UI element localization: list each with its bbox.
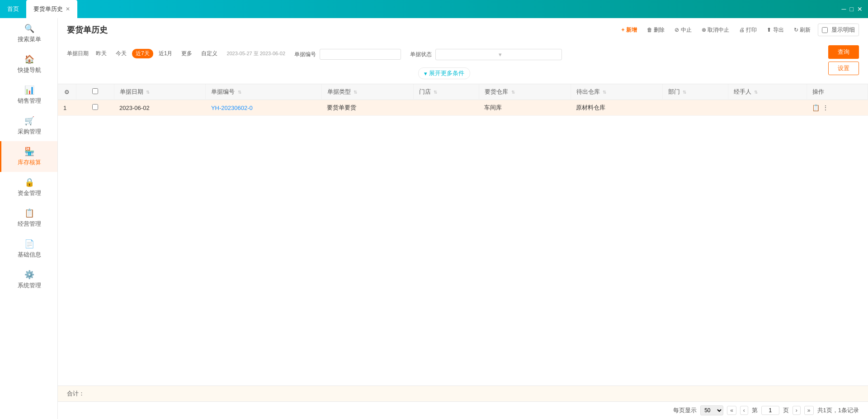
tab-home[interactable]: 首页 (0, 0, 26, 18)
col-order-type[interactable]: 单据类型 ⇅ (321, 84, 413, 100)
operations-icon: 📋 (24, 208, 34, 218)
top-bar: 首页 要货单历史 ✕ ─ □ ✕ (0, 0, 868, 18)
refresh-button[interactable]: ↻ 刷新 (791, 24, 813, 36)
col-store[interactable]: 门店 ⇅ (413, 84, 479, 100)
date-pill-today[interactable]: 今天 (112, 49, 130, 58)
tab-close-icon[interactable]: ✕ (66, 6, 70, 12)
table-checkbox-col[interactable] (76, 84, 114, 100)
sidebar-item-shortcut[interactable]: 🏠 快捷导航 (0, 49, 57, 80)
page-number-input[interactable] (761, 406, 779, 415)
col-order-no-sort-icon: ⇅ (238, 90, 241, 95)
col-req-warehouse-label: 要货仓库 (485, 88, 508, 95)
sidebar-item-system[interactable]: ⚙️ 系统管理 (0, 264, 57, 295)
table-footer: 合计： (58, 386, 868, 401)
expand-filter-label: 展开更多条件 (429, 69, 464, 77)
expand-filter-button[interactable]: ▾ 展开更多条件 (418, 67, 470, 79)
sidebar-item-finance[interactable]: 🔒 资金管理 (0, 172, 57, 203)
maximize-icon[interactable]: □ (850, 5, 854, 13)
col-date-label: 单据日期 (120, 88, 143, 95)
prev-page-button[interactable]: ‹ (740, 406, 748, 415)
settings-button[interactable]: 设置 (828, 62, 859, 75)
export-button[interactable]: ⬆ 导出 (764, 24, 786, 36)
sidebar: 🔍 搜索菜单 🏠 快捷导航 📊 销售管理 🛒 采购管理 🏪 库存核算 🔒 资金管… (0, 18, 58, 419)
detail-checkbox-input[interactable] (822, 27, 828, 33)
next-page-button[interactable]: › (793, 406, 801, 415)
sidebar-item-finance-label: 资金管理 (18, 189, 41, 197)
tab-requisition-history-label: 要货单历史 (33, 5, 63, 13)
finance-icon: 🔒 (24, 177, 34, 187)
sidebar-item-basic-info[interactable]: 📄 基础信息 (0, 233, 57, 264)
row-order-no[interactable]: YH-20230602-0 (206, 100, 321, 116)
sidebar-item-sales-label: 销售管理 (18, 97, 41, 105)
col-ops: 操作 (807, 84, 868, 100)
col-order-type-label: 单据类型 (327, 88, 351, 95)
sidebar-item-inventory-label: 库存核算 (18, 158, 41, 167)
date-pill-1month[interactable]: 近1月 (155, 49, 176, 58)
last-page-button[interactable]: » (804, 406, 814, 415)
tab-requisition-history[interactable]: 要货单历史 ✕ (26, 0, 77, 18)
tab-bar: 首页 要货单历史 ✕ (0, 0, 836, 18)
order-no-label: 单据编号 (294, 51, 316, 58)
sidebar-item-operations[interactable]: 📋 经营管理 (0, 203, 57, 233)
minimize-icon[interactable]: ─ (842, 5, 846, 13)
row-order-no-link[interactable]: YH-20230602-0 (211, 105, 253, 111)
delete-button[interactable]: 🗑 删除 (644, 24, 667, 36)
tab-home-label: 首页 (7, 5, 19, 13)
date-pills: 昨天 今天 近7天 近1月 更多 自定义 (92, 49, 221, 58)
sidebar-item-inventory[interactable]: 🏪 库存核算 (0, 141, 57, 172)
row-checkbox-cell[interactable] (76, 100, 114, 116)
stop-button[interactable]: ⊘ 中止 (672, 24, 694, 36)
status-select[interactable]: ▾ (435, 49, 562, 60)
date-pill-more[interactable]: 更多 (178, 49, 196, 58)
col-department[interactable]: 部门 ⇅ (662, 84, 728, 100)
table-header-row: ⚙ 单据日期 ⇅ 单据编号 ⇅ (58, 84, 868, 100)
table-section: ⚙ 单据日期 ⇅ 单据编号 ⇅ (58, 84, 868, 401)
row-pending-warehouse: 原材料仓库 (571, 100, 662, 116)
cancel-stop-button[interactable]: ⊗ 取消中止 (699, 24, 732, 36)
first-page-button[interactable]: « (727, 406, 736, 415)
sidebar-item-operations-label: 经营管理 (18, 220, 41, 228)
close-icon[interactable]: ✕ (857, 5, 863, 13)
col-order-type-sort-icon: ⇅ (354, 90, 357, 95)
col-ops-label: 操作 (812, 88, 824, 95)
col-pending-warehouse[interactable]: 待出仓库 ⇅ (571, 84, 662, 100)
row-more-icon[interactable]: ⋮ (822, 104, 829, 111)
select-all-checkbox[interactable] (92, 88, 98, 94)
date-pill-7days[interactable]: 近7天 (132, 49, 153, 58)
row-order-type: 要货单要货 (321, 100, 413, 116)
col-date[interactable]: 单据日期 ⇅ (114, 84, 206, 100)
page-size-label: 每页显示 (673, 406, 697, 414)
date-pill-custom[interactable]: 自定义 (198, 49, 221, 58)
pagination-bar: 每页显示 20 50 100 « ‹ 第 页 › » 共1页，1条记录 (58, 401, 868, 419)
row-store (413, 100, 479, 116)
sales-icon: 📊 (24, 85, 34, 95)
col-req-warehouse[interactable]: 要货仓库 ⇅ (479, 84, 571, 100)
col-department-label: 部门 (668, 88, 680, 95)
date-filter-group: 单据日期 昨天 今天 近7天 近1月 更多 自定义 2023-05-27 至 2… (67, 49, 285, 58)
print-button[interactable]: 🖨 打印 (736, 24, 760, 36)
row-edit-icon[interactable]: 📋 (812, 104, 820, 111)
date-pill-yesterday[interactable]: 昨天 (92, 49, 110, 58)
new-button[interactable]: + 新增 (619, 24, 640, 36)
col-order-no[interactable]: 单据编号 ⇅ (206, 84, 321, 100)
row-checkbox[interactable] (92, 104, 98, 110)
table-wrapper: ⚙ 单据日期 ⇅ 单据编号 ⇅ (58, 84, 868, 386)
sidebar-item-sales[interactable]: 📊 销售管理 (0, 80, 57, 110)
page-size-select[interactable]: 20 50 100 (700, 405, 723, 415)
date-filter-label: 单据日期 (67, 50, 89, 57)
filter-area: 单据日期 昨天 今天 近7天 近1月 更多 自定义 2023-05-27 至 2… (67, 41, 859, 84)
col-handler[interactable]: 经手人 ⇅ (728, 84, 807, 100)
table-settings-col[interactable]: ⚙ (58, 84, 76, 100)
order-no-input[interactable] (320, 49, 401, 60)
right-action-buttons: 查询 设置 (821, 44, 859, 75)
page-label: 第 (752, 406, 758, 414)
sidebar-item-search[interactable]: 🔍 搜索菜单 (0, 18, 57, 49)
query-button[interactable]: 查询 (828, 45, 859, 59)
main-layout: 🔍 搜索菜单 🏠 快捷导航 📊 销售管理 🛒 采购管理 🏪 库存核算 🔒 资金管… (0, 18, 868, 419)
sidebar-item-search-label: 搜索菜单 (18, 35, 41, 43)
page-header: 要货单历史 + 新增 🗑 删除 ⊘ 中止 ⊗ 取消中止 🖨 打印 ⬆ 导出 ↻ … (58, 18, 868, 84)
display-detail-checkbox[interactable]: 显示明细 (818, 24, 859, 36)
col-pending-warehouse-label: 待出仓库 (576, 88, 600, 95)
sidebar-item-purchase[interactable]: 🛒 采购管理 (0, 110, 57, 141)
col-date-sort-icon: ⇅ (146, 90, 150, 95)
